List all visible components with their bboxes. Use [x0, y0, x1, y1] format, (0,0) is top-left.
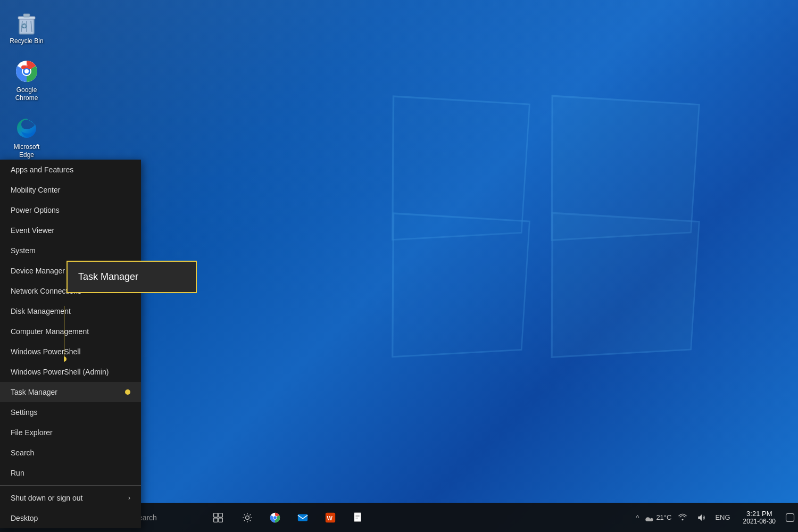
gear-icon [242, 512, 253, 523]
taskbar-chrome-icon [269, 512, 281, 523]
network-icon [678, 513, 687, 522]
svg-rect-23 [219, 513, 223, 517]
expand-tray-button[interactable]: ^ [634, 511, 641, 523]
edge-icon [14, 115, 39, 141]
svg-rect-24 [214, 518, 218, 522]
taskbar-settings-icon[interactable] [234, 503, 261, 532]
svg-point-37 [682, 519, 684, 520]
svg-rect-30 [298, 514, 307, 521]
menu-item-event-viewer[interactable]: Event Viewer [0, 220, 141, 240]
taskbar-chrome-button[interactable] [262, 503, 288, 532]
menu-item-shut-down[interactable]: Shut down or sign out › [0, 488, 141, 508]
svg-rect-39 [786, 513, 794, 521]
menu-item-search[interactable]: Search [0, 443, 141, 463]
notepad-icon [352, 512, 364, 523]
menu-item-apps-features[interactable]: Apps and Features [0, 160, 141, 180]
svg-point-13 [26, 64, 28, 66]
svg-rect-33 [354, 512, 361, 521]
notification-icon [785, 513, 795, 522]
svg-point-12 [24, 69, 29, 73]
svg-point-15 [64, 356, 66, 362]
volume-icon-button[interactable] [694, 503, 710, 532]
taskbar-system-tray: ^ 21°C [629, 503, 798, 532]
win-logo-pane-bl [392, 212, 530, 358]
network-icon-button[interactable] [675, 503, 691, 532]
desktop-icons-area: ♻ Recycle Bin [5, 5, 48, 163]
menu-item-file-explorer[interactable]: File Explorer [0, 422, 141, 443]
taskbar-mail-button[interactable] [289, 503, 316, 532]
menu-item-desktop[interactable]: Desktop [0, 508, 141, 528]
svg-rect-25 [219, 518, 223, 522]
task-manager-dot [125, 389, 130, 395]
svg-text:♻: ♻ [21, 22, 28, 30]
desktop-icon-edge[interactable]: Microsoft Edge [5, 111, 48, 163]
system-tray-icons: ^ 21°C [629, 503, 736, 532]
task-view-icon [213, 512, 223, 523]
volume-icon [697, 513, 706, 522]
svg-point-26 [246, 516, 250, 519]
menu-item-mobility-center[interactable]: Mobility Center [0, 180, 141, 200]
clock-display[interactable]: 3:21 PM 2021-06-30 [737, 503, 782, 532]
mail-icon [297, 512, 309, 523]
tooltip-arrow-line [64, 306, 128, 370]
recycle-bin-label: Recycle Bin [10, 37, 43, 45]
language-button[interactable]: ENG [713, 513, 732, 521]
taskbar-notepad-button[interactable] [345, 503, 371, 532]
language-display: ENG [715, 513, 730, 521]
task-manager-tooltip: Task Manager [66, 261, 197, 293]
windows-logo-decoration [394, 74, 702, 383]
office-icon: W [325, 512, 336, 523]
menu-item-run[interactable]: Run [0, 463, 141, 483]
menu-separator [0, 485, 141, 486]
edge-label: Microsoft Edge [7, 143, 46, 159]
win-logo-pane-br [551, 212, 700, 358]
chrome-icon [14, 59, 39, 84]
recycle-bin-icon: ♻ [14, 10, 39, 35]
cloud-icon [644, 513, 654, 522]
task-view-button[interactable] [205, 503, 231, 532]
svg-text:W: W [327, 514, 333, 521]
time-display: 3:21 PM [746, 510, 772, 518]
taskbar-pinned-icons: W [231, 503, 374, 532]
notification-button[interactable] [782, 503, 798, 532]
svg-rect-22 [214, 513, 218, 517]
menu-item-settings[interactable]: Settings [0, 402, 141, 422]
desktop-icon-recycle-bin[interactable]: ♻ Recycle Bin [5, 5, 48, 49]
svg-marker-38 [699, 514, 702, 521]
menu-item-power-options[interactable]: Power Options [0, 200, 141, 220]
taskbar-office-button[interactable]: W [317, 503, 344, 532]
chrome-label: Google Chrome [7, 86, 46, 102]
desktop: ♻ Recycle Bin [0, 0, 798, 532]
date-display: 2021-06-30 [743, 518, 776, 525]
shut-down-arrow-icon: › [128, 494, 130, 502]
svg-rect-2 [23, 14, 30, 17]
temperature-display: 21°C [656, 513, 671, 521]
weather-widget[interactable]: 21°C [644, 513, 671, 522]
menu-item-system[interactable]: System [0, 240, 141, 261]
desktop-icon-chrome[interactable]: Google Chrome [5, 54, 48, 106]
svg-point-29 [273, 516, 277, 519]
menu-item-task-manager[interactable]: Task Manager [0, 382, 141, 402]
